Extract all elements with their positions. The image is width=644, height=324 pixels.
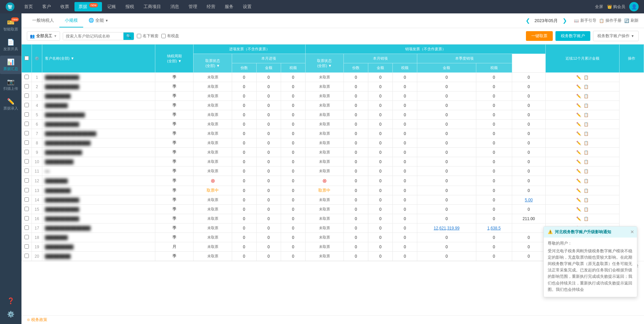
copy-icon[interactable]: 📋 [584, 150, 589, 155]
refresh-link[interactable]: 🔄 刷新 [624, 18, 639, 23]
search-button[interactable]: 🔍 [123, 33, 134, 40]
row-checkbox[interactable] [24, 140, 29, 145]
copy-icon[interactable]: 📋 [584, 198, 589, 202]
tax-policy-link[interactable]: ⊙ 税务政策 [27, 317, 47, 323]
edit-icon[interactable]: ✏️ [576, 84, 581, 89]
sidebar-item-invoice-summary[interactable]: 📊 票据汇总 [0, 56, 21, 74]
new-guide-link[interactable]: 📖 新手引导 [574, 18, 596, 23]
row-checkbox[interactable] [24, 235, 29, 239]
copy-icon[interactable]: 📋 [584, 159, 589, 164]
nav-settings[interactable]: 设置 [239, 2, 256, 11]
copy-icon[interactable]: 📋 [584, 188, 589, 193]
nav-business[interactable]: 工商项目 [140, 2, 165, 11]
nav-operate[interactable]: 经营 [203, 2, 219, 11]
employee-select[interactable]: 👥 全部员工 ▼ [27, 31, 60, 41]
edit-icon[interactable]: ✏️ [576, 122, 581, 127]
q-amount-value[interactable]: 12,621,319.99 [434, 226, 460, 231]
row-checkbox[interactable] [24, 122, 29, 126]
nav-manage[interactable]: 管理 [184, 2, 201, 11]
nav-accounting[interactable]: 记账 [103, 2, 120, 11]
nav-customer[interactable]: 客户 [38, 2, 55, 11]
nav-tax[interactable]: 报税 [121, 2, 138, 11]
edit-icon[interactable]: ✏️ [576, 159, 581, 164]
row-checkbox[interactable] [24, 207, 29, 211]
row-checkbox[interactable] [24, 169, 29, 173]
manual-link[interactable]: 📋 操作手册 [599, 18, 622, 23]
search-input[interactable] [63, 33, 123, 40]
edit-icon[interactable]: ✏️ [576, 188, 581, 193]
copy-icon[interactable]: 📋 [584, 131, 589, 136]
nav-home[interactable]: 首页 [20, 2, 37, 11]
sidebar-item-invoice-entry[interactable]: ✏️ 票据录入 [0, 95, 21, 114]
copy-icon[interactable]: 📋 [584, 216, 589, 221]
copy-icon[interactable]: 📋 [584, 94, 589, 99]
copy-icon[interactable]: 📋 [584, 207, 589, 212]
edit-icon[interactable]: ✏️ [576, 113, 581, 117]
sidebar-item-scan-upload[interactable]: 📷 扫描上传 [0, 75, 21, 94]
row-checkbox[interactable] [24, 216, 29, 220]
row-checkbox[interactable] [24, 188, 29, 192]
row-checkbox[interactable] [24, 244, 29, 249]
select-all-checkbox[interactable] [24, 56, 29, 60]
row-checkbox[interactable] [24, 131, 29, 135]
row-checkbox[interactable] [24, 112, 29, 117]
tab-small-scale[interactable]: 小规模 [59, 14, 83, 27]
edit-icon[interactable]: ✏️ [576, 207, 581, 212]
date-prev-btn[interactable]: ❮ [524, 17, 532, 25]
row-checkbox[interactable] [24, 178, 29, 183]
nav-message[interactable]: 消息 [166, 2, 183, 11]
sidebar-item-invoice-open[interactable]: 📄 发票开具 [0, 36, 21, 54]
member-btn[interactable]: 👑 购会员 [607, 4, 625, 10]
row-checkbox[interactable] [24, 84, 29, 88]
fetch-tickets-button[interactable]: 一键取票 [526, 31, 553, 41]
edit-icon[interactable]: ✏️ [576, 75, 581, 80]
my-accounts-checkbox-label[interactable]: 名下账套 [137, 33, 159, 39]
row-checkbox[interactable] [24, 93, 29, 98]
digital-account-button[interactable]: 税务数字账户 [555, 31, 590, 41]
fullscreen-btn[interactable]: 全屏 [595, 4, 603, 10]
edit-icon[interactable]: ✏️ [576, 216, 581, 221]
nav-invoice[interactable]: 票据 new [74, 2, 102, 11]
edit-icon[interactable]: ✏️ [576, 141, 581, 145]
notification-close-btn[interactable]: ✕ [630, 229, 634, 235]
th-select-all[interactable] [22, 45, 32, 73]
copy-icon[interactable]: 📋 [584, 84, 589, 89]
copy-icon[interactable]: 📋 [584, 113, 589, 117]
search-wrap: 🔍 [63, 32, 134, 40]
user-avatar[interactable]: 👤 [629, 2, 639, 11]
ytd-value[interactable]: 5.00 [525, 198, 533, 202]
digital-account-op-button[interactable]: 税务数字账户操作 ▼ [593, 31, 639, 41]
sidebar-item-help[interactable]: ❓ [6, 295, 16, 308]
q-tax-value[interactable]: 1,638.5 [487, 226, 501, 231]
nav-receive[interactable]: 收票 [56, 2, 73, 11]
edit-icon[interactable]: ✏️ [576, 169, 581, 174]
has-taxpad-checkbox[interactable] [161, 34, 166, 38]
row-checkbox[interactable] [24, 225, 29, 230]
row-checkbox[interactable] [24, 103, 29, 107]
copy-icon[interactable]: 📋 [584, 169, 589, 174]
copy-icon[interactable]: 📋 [584, 141, 589, 145]
copy-icon[interactable]: 📋 [584, 103, 589, 108]
edit-icon[interactable]: ✏️ [576, 131, 581, 136]
row-checkbox[interactable] [24, 159, 29, 164]
sidebar-item-smart-ticket[interactable]: 🎫 智能取票 new [0, 16, 21, 35]
row-checkbox[interactable] [24, 75, 29, 79]
has-taxpad-checkbox-label[interactable]: 有税盘 [161, 33, 179, 39]
row-checkbox[interactable] [24, 254, 29, 258]
edit-icon[interactable]: ✏️ [576, 198, 581, 202]
row-checkbox[interactable] [24, 150, 29, 154]
edit-icon[interactable]: ✏️ [576, 103, 581, 108]
edit-icon[interactable]: ✏️ [576, 150, 581, 155]
nav-service[interactable]: 服务 [221, 2, 237, 11]
date-next-btn[interactable]: ❯ [560, 17, 569, 25]
tab-general-taxpayer[interactable]: 一般纳税人 [27, 14, 59, 27]
copy-icon[interactable]: 📋 [584, 179, 589, 183]
edit-icon[interactable]: ✏️ [576, 179, 581, 183]
row-checkbox[interactable] [24, 197, 29, 202]
copy-icon[interactable]: 📋 [584, 75, 589, 80]
copy-icon[interactable]: 📋 [584, 122, 589, 127]
edit-icon[interactable]: ✏️ [576, 94, 581, 99]
my-accounts-checkbox[interactable] [137, 34, 141, 38]
sidebar-item-config[interactable]: ⚙️ [6, 308, 16, 321]
tab-all[interactable]: 🌐 全能 ▼ [83, 14, 114, 27]
